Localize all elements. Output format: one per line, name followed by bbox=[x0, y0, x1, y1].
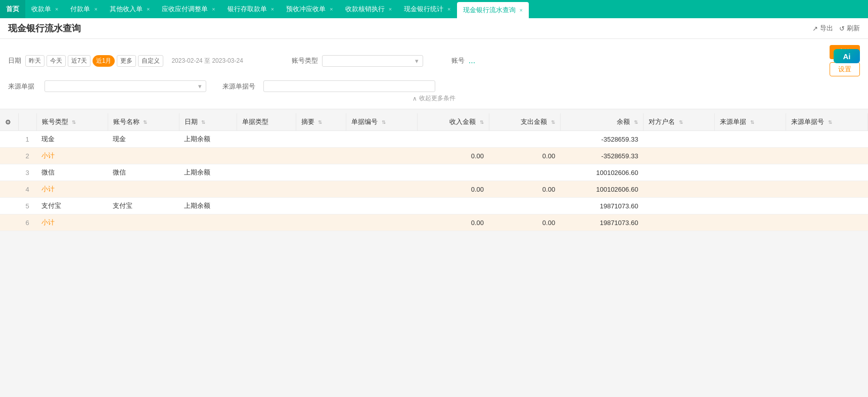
close-icon[interactable]: × bbox=[271, 0, 274, 18]
table-cell bbox=[0, 164, 18, 181]
ai-assistant-badge[interactable]: Ai bbox=[834, 49, 860, 63]
table-cell bbox=[786, 214, 868, 231]
export-icon: ↗ bbox=[812, 25, 818, 32]
col-date[interactable]: 日期 ⇅ bbox=[179, 113, 237, 131]
col-doc-no[interactable]: 单据编号 ⇅ bbox=[346, 113, 418, 131]
table-cell bbox=[346, 198, 418, 214]
sort-icon: ⇅ bbox=[201, 119, 205, 125]
refresh-button[interactable]: ↺ 刷新 bbox=[839, 24, 860, 33]
source-doc-no-filter-group: 来源单据号 bbox=[222, 80, 435, 92]
table-cell bbox=[179, 214, 237, 231]
table-row[interactable]: 2小计0.000.00-3528659.33 bbox=[0, 148, 868, 164]
table-row[interactable]: 6小计0.000.0019871073.60 bbox=[0, 214, 868, 231]
table-settings-icon[interactable]: ⚙ bbox=[5, 118, 11, 126]
refresh-icon: ↺ bbox=[839, 25, 845, 32]
table-cell bbox=[237, 131, 296, 148]
table-cell: 微信 bbox=[108, 164, 179, 181]
table-cell bbox=[237, 181, 296, 198]
table-cell bbox=[108, 148, 179, 164]
close-icon[interactable]: × bbox=[520, 2, 523, 18]
nav-tab-yushoudan[interactable]: 预收冲应收单 × bbox=[280, 0, 339, 18]
col-source-doc-no[interactable]: 来源单据号 ⇅ bbox=[786, 113, 868, 131]
col-doc-type[interactable]: 单据类型 bbox=[237, 113, 296, 131]
collapse-row: ∧ 收起更多条件 bbox=[8, 94, 860, 103]
table-row[interactable]: 4小计0.000.00100102606.60 bbox=[0, 181, 868, 198]
table-cell bbox=[179, 148, 237, 164]
date-btn-more[interactable]: 更多 bbox=[117, 55, 136, 67]
col-counterpart[interactable]: 对方户名 ⇅ bbox=[643, 113, 714, 131]
table-cell bbox=[346, 181, 418, 198]
table-cell bbox=[714, 131, 786, 148]
close-icon[interactable]: × bbox=[389, 0, 392, 18]
account-dots-btn[interactable]: ... bbox=[469, 56, 475, 65]
table-cell bbox=[489, 164, 560, 181]
source-doc-no-input[interactable] bbox=[263, 80, 435, 92]
table-cell: 0.00 bbox=[489, 148, 560, 164]
col-balance[interactable]: 余额 ⇅ bbox=[560, 113, 643, 131]
nav-tab-fukuandan[interactable]: 付款单 × bbox=[64, 0, 103, 18]
nav-tab-qitashouru[interactable]: 其他收入单 × bbox=[104, 0, 156, 18]
close-icon[interactable]: × bbox=[447, 0, 450, 18]
table-cell bbox=[714, 198, 786, 214]
source-doc-filter-group: 来源单据 ▾ bbox=[8, 80, 206, 92]
table-cell bbox=[714, 214, 786, 231]
account-type-label: 账号类型 bbox=[292, 56, 318, 65]
filter-row-2: 来源单据 ▾ 来源单据号 bbox=[8, 80, 860, 92]
col-account-type[interactable]: 账号类型 ⇅ bbox=[36, 113, 108, 131]
account-type-select[interactable]: ▾ bbox=[322, 55, 423, 67]
sort-icon: ⇅ bbox=[72, 119, 76, 125]
date-btn-today[interactable]: 今天 bbox=[47, 55, 66, 67]
nav-tab-yinhangcunku[interactable]: 银行存取款单 × bbox=[221, 0, 280, 18]
col-expense[interactable]: 支出金额 ⇅ bbox=[489, 113, 560, 131]
table-cell: 0.00 bbox=[489, 214, 560, 231]
table-cell bbox=[643, 198, 714, 214]
page-header: 现金银行流水查询 ↗ 导出 ↺ 刷新 bbox=[0, 18, 868, 39]
table-cell: 4 bbox=[18, 181, 36, 198]
table-cell bbox=[296, 131, 346, 148]
nav-tab-shoukuandan[interactable]: 收款单 × bbox=[25, 0, 64, 18]
col-summary[interactable]: 摘要 ⇅ bbox=[296, 113, 346, 131]
filter-area: 日期 昨天 今天 近7天 近1月 更多 自定义 2023-02-24 至 202… bbox=[0, 39, 868, 109]
close-icon[interactable]: × bbox=[55, 0, 58, 18]
table-cell bbox=[786, 148, 868, 164]
table-row[interactable]: 3微信微信上期余额100102606.60 bbox=[0, 164, 868, 181]
table-cell bbox=[714, 164, 786, 181]
date-range-display: 2023-02-24 至 2023-03-24 bbox=[171, 57, 243, 65]
table-cell bbox=[296, 148, 346, 164]
sort-icon: ⇅ bbox=[318, 119, 322, 125]
col-settings[interactable]: ⚙ bbox=[0, 113, 18, 131]
table-row[interactable]: 1现金现金上期余额-3528659.33 bbox=[0, 131, 868, 148]
date-btn-custom[interactable]: 自定义 bbox=[138, 55, 163, 67]
collapse-button[interactable]: ∧ 收起更多条件 bbox=[413, 94, 455, 103]
col-account-name[interactable]: 账号名称 ⇅ bbox=[108, 113, 179, 131]
source-doc-select[interactable]: ▾ bbox=[44, 80, 206, 92]
table-cell: 微信 bbox=[36, 164, 108, 181]
table-cell bbox=[714, 148, 786, 164]
nav-tab-yingshoutiaozheng[interactable]: 应收应付调整单 × bbox=[156, 0, 221, 18]
date-btn-7days[interactable]: 近7天 bbox=[68, 55, 90, 67]
close-icon[interactable]: × bbox=[212, 0, 215, 18]
table-cell bbox=[786, 198, 868, 214]
nav-tab-hexiao[interactable]: 收款核销执行 × bbox=[339, 0, 398, 18]
nav-home[interactable]: 首页 bbox=[0, 0, 25, 18]
table-cell bbox=[179, 181, 237, 198]
nav-tab-tongji[interactable]: 现金银行统计 × bbox=[398, 0, 456, 18]
close-icon[interactable]: × bbox=[94, 0, 97, 18]
table-cell bbox=[489, 131, 560, 148]
close-icon[interactable]: × bbox=[147, 0, 150, 18]
date-btn-1month[interactable]: 近1月 bbox=[93, 55, 115, 67]
settings-button[interactable]: 设置 bbox=[830, 62, 860, 76]
sort-icon: ⇅ bbox=[679, 119, 683, 125]
export-button[interactable]: ↗ 导出 bbox=[812, 24, 833, 33]
table-cell bbox=[296, 181, 346, 198]
date-btn-yesterday[interactable]: 昨天 bbox=[25, 55, 44, 67]
table-cell bbox=[296, 198, 346, 214]
chevron-down-icon: ▾ bbox=[198, 82, 202, 90]
col-source-doc[interactable]: 来源单据 ⇅ bbox=[714, 113, 786, 131]
table-cell: 0.00 bbox=[489, 181, 560, 198]
source-doc-no-label: 来源单据号 bbox=[222, 82, 255, 91]
nav-tab-liushui[interactable]: 现金银行流水查询 × bbox=[457, 2, 529, 18]
col-income[interactable]: 收入金额 ⇅ bbox=[418, 113, 489, 131]
table-row[interactable]: 5支付宝支付宝上期余额19871073.60 bbox=[0, 198, 868, 214]
close-icon[interactable]: × bbox=[330, 0, 333, 18]
